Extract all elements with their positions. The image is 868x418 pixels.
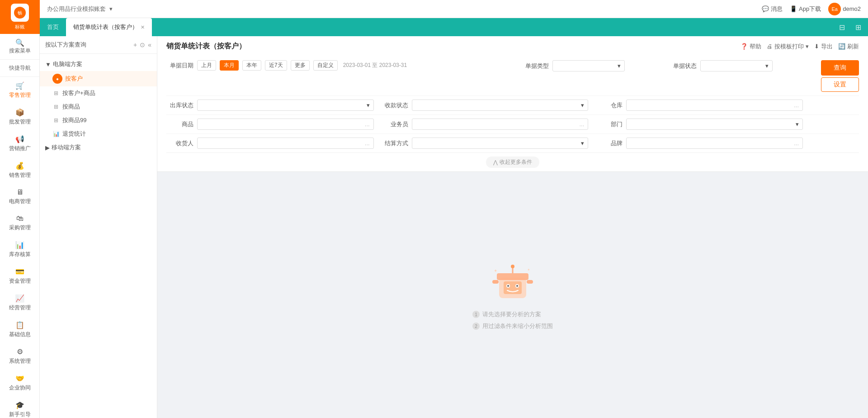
tab-minimize-btn[interactable]: ⊟ (835, 21, 848, 33)
dropdown-icon[interactable]: ▾ (109, 5, 113, 12)
refresh-icon: 🔄 (838, 43, 845, 50)
setting-button[interactable]: 设置 (821, 77, 859, 92)
query-button[interactable]: 查询 (821, 60, 859, 76)
scheme-tree: ▼ 电脑端方案 ● 按客户 ⊞ 按客户+商品 ⊞ 按商品 (40, 54, 157, 418)
tab-sales-stat[interactable]: 销货单统计表（按客户） ✕ (66, 18, 152, 36)
collapse-scheme-btn[interactable]: « (148, 41, 151, 48)
chart-icon: 📊 (52, 130, 60, 138)
logo-text: 标账 (15, 24, 25, 30)
tree-child-by-goods99[interactable]: ⊞ 按商品99 (40, 114, 157, 127)
avatar-text: Ea (832, 6, 838, 12)
tree-child-by-customer-goods[interactable]: ⊞ 按客户+商品 (40, 86, 157, 100)
collapse-up-icon: ⋀ (493, 159, 498, 166)
system-icon: ⚙ (17, 347, 23, 356)
shortcut-nav[interactable]: 快捷导航 (0, 60, 39, 77)
industry-label: 办公用品行业模拟账套 (47, 5, 106, 13)
header-right: 💬 消息 📱 App下载 Ea demo2 (762, 3, 861, 15)
query-btn-col: 查询 设置 (814, 60, 859, 92)
sidebar-label-base: 基础信息 (9, 331, 31, 338)
svg-rect-3 (497, 273, 528, 280)
tree-parent-mobile[interactable]: ▶ 移动端方案 (40, 141, 157, 154)
message-label: 消息 (771, 5, 783, 13)
sidebar-item-corp[interactable]: 🤝 企业协同 (0, 370, 39, 396)
brand-ellipsis: ... (794, 140, 799, 147)
sidebar-label-inventory: 库存核算 (9, 251, 31, 258)
tree-expand-icon: ▼ (45, 61, 51, 68)
template-print-btn[interactable]: 🖨 按模板打印 ▾ (767, 43, 809, 51)
help-btn[interactable]: ❓ 帮助 (741, 43, 761, 51)
sidebar-label-finance: 资金管理 (9, 277, 31, 285)
dept-select[interactable]: ▾ (626, 119, 803, 130)
tip-num-2: 2 (472, 323, 480, 330)
left-panel: 按以下方案查询 + ⊙ « ▼ 电脑端方案 ● 按客户 (40, 36, 157, 418)
avatar: Ea (828, 3, 841, 15)
tab-home[interactable]: 首页 (40, 18, 66, 36)
left-panel-header: 按以下方案查询 + ⊙ « (40, 36, 157, 54)
sidebar-item-system[interactable]: ⚙ 系统管理 (0, 343, 39, 370)
sidebar-label-ops: 经营管理 (9, 304, 31, 312)
warehouse-ellipsis: ... (794, 102, 799, 109)
active-dot: ● (52, 74, 62, 84)
svg-rect-9 (492, 280, 499, 284)
date-btn-7days[interactable]: 近7天 (265, 60, 287, 71)
right-content: 销货单统计表（按客户） ❓ 帮助 🖨 按模板打印 ▾ ⬇ (157, 36, 868, 418)
app-download-btn[interactable]: 📱 App下载 (790, 5, 821, 13)
sidebar-item-ecom[interactable]: 🖥 电商管理 (0, 184, 39, 210)
doc-type-select[interactable]: ▾ (552, 60, 625, 71)
add-scheme-btn[interactable]: + (133, 41, 137, 48)
date-btn-last-month[interactable]: 上月 (197, 60, 216, 71)
sidebar-item-ops[interactable]: 📈 经营管理 (0, 290, 39, 316)
recipient-control[interactable]: ... (197, 138, 374, 149)
doc-status-select[interactable]: ▾ (700, 60, 773, 71)
page-container: 按以下方案查询 + ⊙ « ▼ 电脑端方案 ● 按客户 (40, 36, 868, 418)
sidebar-item-newuser[interactable]: 🎓 新手引导 (0, 396, 39, 418)
doc-type-label: 单据类型 (522, 62, 549, 70)
shortcut-label: 快捷导航 (9, 65, 31, 71)
settlement-select[interactable]: ▾ (412, 138, 589, 149)
sidebar-item-purchase[interactable]: 🛍 采购管理 (0, 210, 39, 236)
app-download-label: App下载 (799, 5, 821, 13)
refresh-btn[interactable]: 🔄 刷新 (838, 43, 859, 51)
date-btn-custom[interactable]: 自定义 (313, 60, 338, 71)
tab-maximize-btn[interactable]: ⊞ (852, 21, 864, 33)
sidebar-item-base[interactable]: 📋 基础信息 (0, 316, 39, 343)
help-label: 帮助 (750, 43, 761, 51)
empty-tips: 1 请先选择要分析的方案 2 用过滤条件来缩小分析范围 (472, 310, 553, 330)
goods-ellipsis: ... (365, 121, 370, 128)
sidebar-item-inventory[interactable]: 📊 库存核算 (0, 236, 39, 263)
export-icon: ⬇ (814, 43, 819, 50)
app-download-icon: 📱 (790, 5, 797, 12)
date-btn-more[interactable]: 更多 (291, 60, 310, 71)
out-status-select[interactable]: ▾ (197, 100, 374, 111)
tree-child-by-customer[interactable]: ● 按客户 (40, 71, 157, 86)
sidebar-item-retail[interactable]: 🛒 零售管理 (0, 77, 39, 104)
date-btn-this-year[interactable]: 本年 (242, 60, 261, 71)
export-btn[interactable]: ⬇ 导出 (814, 43, 833, 51)
goods-control[interactable]: ... (197, 119, 374, 130)
staff-control[interactable]: ... (412, 119, 589, 130)
corp-icon: 🤝 (15, 374, 24, 383)
staff-ellipsis: ... (580, 121, 585, 128)
tree-child-by-goods[interactable]: ⊞ 按商品 (40, 100, 157, 114)
message-btn[interactable]: 💬 消息 (762, 5, 783, 13)
collapse-btn[interactable]: ⋀ 收起更多条件 (486, 157, 539, 168)
search-menu[interactable]: 🔍 搜索菜单 (0, 34, 39, 60)
tree-child-return-stat[interactable]: 📊 退货统计 (40, 127, 157, 141)
refresh-label: 刷新 (847, 43, 859, 51)
payment-status-select[interactable]: ▾ (412, 100, 589, 111)
sidebar-item-marketing[interactable]: 📢 营销推广 (0, 130, 39, 157)
tip-item-1: 1 请先选择要分析的方案 (472, 310, 553, 318)
copy-scheme-btn[interactable]: ⊙ (140, 41, 145, 48)
warehouse-control[interactable]: ... (626, 100, 803, 111)
tab-close-icon[interactable]: ✕ (141, 24, 145, 30)
user-info[interactable]: Ea demo2 (828, 3, 861, 15)
sidebar-item-finance[interactable]: 💳 资金管理 (0, 263, 39, 290)
date-btn-this-month[interactable]: 本月 (220, 60, 239, 71)
sidebar-item-sales[interactable]: 💰 销售管理 (0, 157, 39, 184)
brand-control[interactable]: ... (626, 138, 803, 149)
message-icon: 💬 (762, 5, 769, 12)
sidebar-label-newuser: 新手引导 (9, 411, 31, 418)
sidebar-item-wholesale[interactable]: 📦 批发管理 (0, 104, 39, 130)
top-header: 办公用品行业模拟账套 ▾ 💬 消息 📱 App下载 Ea demo2 (40, 0, 868, 18)
tree-parent-desktop[interactable]: ▼ 电脑端方案 (40, 57, 157, 71)
